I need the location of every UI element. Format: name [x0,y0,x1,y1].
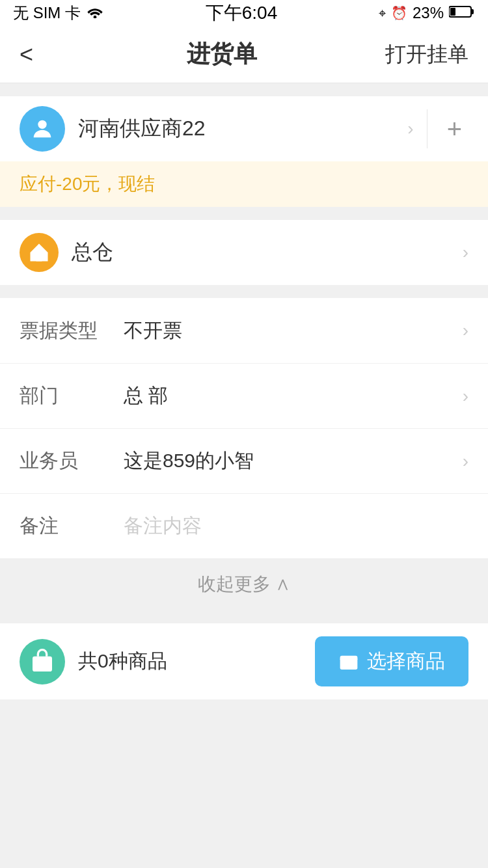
supplier-name: 河南供应商22 [78,115,401,143]
warehouse-icon [20,233,59,272]
supplier-chevron-icon: › [407,118,413,139]
collapse-button[interactable]: 收起更多 ∧ [0,558,488,610]
section-gap-3 [0,285,488,298]
house-icon [27,241,51,264]
salesman-row[interactable]: 业务员 这是859的小智 › [0,428,488,493]
back-button[interactable]: < [20,41,59,68]
salesman-chevron-icon: › [463,451,468,472]
wifi-icon [86,4,104,22]
warehouse-chevron-icon: › [463,242,468,263]
open-pending-button[interactable]: 打开挂单 [385,40,468,69]
svg-rect-6 [33,656,52,671]
svg-rect-5 [36,256,42,262]
svg-rect-3 [450,8,455,16]
warehouse-row[interactable]: 总仓 › [0,220,488,285]
svg-point-4 [38,120,46,129]
battery-icon [449,4,475,22]
shopping-bag-icon [29,649,55,675]
select-product-label: 选择商品 [367,648,445,675]
nav-bar: < 进货单 打开挂单 [0,26,488,83]
dept-label: 部门 [20,383,111,409]
salesman-label: 业务员 [20,448,111,474]
bottom-bar: 共0种商品 选择商品 [0,623,488,699]
svg-rect-2 [471,9,474,14]
status-time: 下午6:04 [206,1,278,25]
product-icon [20,639,65,685]
status-bar: 无 SIM 卡 下午6:04 ⌖ ⏰ 23% [0,0,488,26]
invoice-value: 不开票 [111,318,456,344]
section-gap-1 [0,83,488,96]
supplier-card: 河南供应商22 › + 应付-20元，现结 [0,96,488,207]
dept-value: 总 部 [111,383,456,409]
note-label: 备注 [20,513,111,539]
invoice-row[interactable]: 票据类型 不开票 › [0,298,488,363]
supplier-row[interactable]: 河南供应商22 › + [0,96,488,161]
invoice-chevron-icon: › [463,320,468,341]
add-product-icon [338,651,359,672]
alarm-icon: ⏰ [391,5,407,21]
person-icon [29,116,55,142]
note-placeholder[interactable]: 备注内容 [111,513,468,539]
section-gap-4 [0,610,488,623]
select-product-button[interactable]: 选择商品 [315,636,468,686]
collapse-label: 收起更多 ∧ [198,572,291,597]
status-right: ⌖ ⏰ 23% [379,4,475,22]
dept-row[interactable]: 部门 总 部 › [0,363,488,428]
main-content: 河南供应商22 › + 应付-20元，现结 总仓 › 票据类型 不开票 [0,83,488,868]
page-title: 进货单 [187,38,257,70]
add-supplier-button[interactable]: + [441,108,468,150]
battery-text: 23% [413,4,444,22]
supplier-avatar [20,106,65,152]
svg-point-0 [94,16,97,18]
note-row[interactable]: 备注 备注内容 [0,493,488,558]
status-left: 无 SIM 卡 [13,3,104,23]
dept-chevron-icon: › [463,386,468,407]
product-count: 共0种商品 [78,648,315,675]
warehouse-card: 总仓 › [0,220,488,285]
location-icon: ⌖ [379,6,386,21]
section-gap-2 [0,207,488,220]
form-card: 票据类型 不开票 › 部门 总 部 › 业务员 这是859的小智 › 备注 备注… [0,298,488,558]
alert-banner: 应付-20元，现结 [0,161,488,207]
warehouse-name: 总仓 [72,238,456,267]
invoice-label: 票据类型 [20,318,111,344]
carrier-text: 无 SIM 卡 [13,3,81,23]
divider [427,109,427,148]
salesman-value: 这是859的小智 [111,448,456,474]
